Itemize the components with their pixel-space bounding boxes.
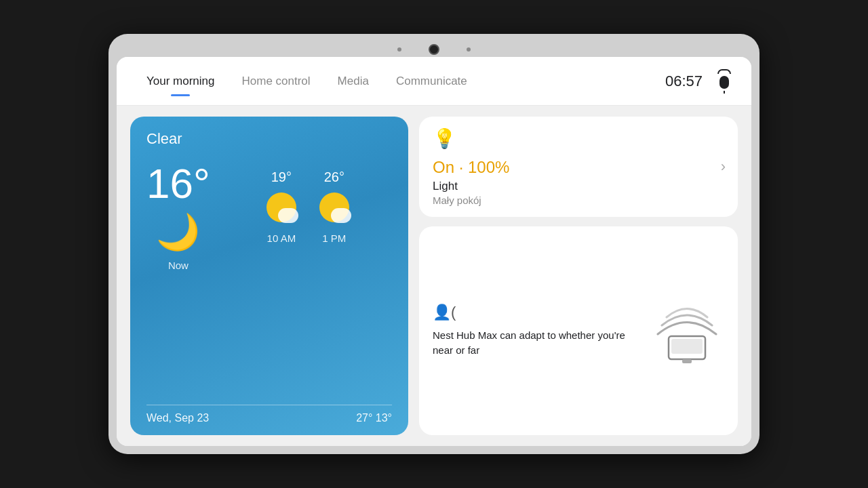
weather-footer: Wed, Sep 23 27° 13° xyxy=(146,412,392,424)
weather-main-row: 16° 🌙 Now 19° 10 AM xyxy=(146,156,392,395)
weather-now: 16° 🌙 Now xyxy=(146,163,210,271)
light-card-content: 💡 On · 100% Light Mały pokój xyxy=(433,127,724,206)
weather-date: Wed, Sep 23 xyxy=(146,412,209,424)
promo-text: Nest Hub Max can adapt to whether you're… xyxy=(433,328,639,359)
top-nav: Your morning Home control Media Communic… xyxy=(117,57,751,106)
forecast-label-1pm: 1 PM xyxy=(322,232,346,244)
weather-high-low: 27° 13° xyxy=(356,412,392,424)
svg-rect-2 xyxy=(682,359,692,363)
light-icon-row: 💡 xyxy=(433,127,724,150)
camera-bar xyxy=(117,42,751,57)
nav-tabs: Your morning Home control Media Communic… xyxy=(133,69,665,94)
forecast-icon-10am xyxy=(263,189,300,226)
forecast-temp-1pm: 26° xyxy=(324,169,344,185)
camera-dot-right xyxy=(467,47,471,52)
svg-rect-1 xyxy=(671,339,703,354)
nav-right: 06:57 xyxy=(665,69,735,94)
device-frame: Your morning Home control Media Communic… xyxy=(108,34,760,454)
person-wave-icon: 👤( xyxy=(433,304,456,321)
weather-condition: Clear xyxy=(146,130,392,148)
nest-hub-illustration xyxy=(650,297,724,365)
tab-media[interactable]: Media xyxy=(324,69,382,94)
weather-divider xyxy=(146,405,392,405)
forecast-temp-10am: 19° xyxy=(271,169,292,185)
tab-your-morning[interactable]: Your morning xyxy=(133,69,229,94)
current-temp: 16° xyxy=(146,163,210,205)
promo-card[interactable]: 👤( Nest Hub Max can adapt to whether you… xyxy=(419,226,738,435)
promo-text-area: 👤( Nest Hub Max can adapt to whether you… xyxy=(433,304,639,359)
chevron-right-icon[interactable]: › xyxy=(721,158,726,176)
light-card[interactable]: 💡 On · 100% Light Mały pokój › xyxy=(419,117,738,217)
weather-forecast: 19° 10 AM 26° xyxy=(224,169,392,244)
forecast-1pm: 26° 1 PM xyxy=(316,169,353,244)
moon-icon: 🌙 xyxy=(156,211,200,253)
tab-home-control[interactable]: Home control xyxy=(229,69,324,94)
light-name: Light xyxy=(433,180,724,193)
current-time-label: Now xyxy=(168,260,189,271)
main-content: Clear 16° 🌙 Now 19° xyxy=(117,106,751,446)
light-room: Mały pokój xyxy=(433,195,724,206)
promo-icon-row: 👤( xyxy=(433,304,639,321)
forecast-label-10am: 10 AM xyxy=(267,232,296,244)
mic-button[interactable] xyxy=(713,69,735,94)
time-display: 06:57 xyxy=(665,73,703,90)
forecast-10am: 19° 10 AM xyxy=(263,169,300,244)
light-status: On · 100% xyxy=(433,158,724,177)
weather-card[interactable]: Clear 16° 🌙 Now 19° xyxy=(130,117,408,435)
tab-communicate[interactable]: Communicate xyxy=(382,69,481,94)
right-column: 💡 On · 100% Light Mały pokój › 👤( Nes xyxy=(419,117,738,435)
camera-lens xyxy=(429,44,439,55)
bulb-icon: 💡 xyxy=(433,127,456,150)
forecast-icon-1pm xyxy=(316,189,353,226)
camera-dot-left xyxy=(397,47,401,52)
screen: Your morning Home control Media Communic… xyxy=(117,57,751,446)
